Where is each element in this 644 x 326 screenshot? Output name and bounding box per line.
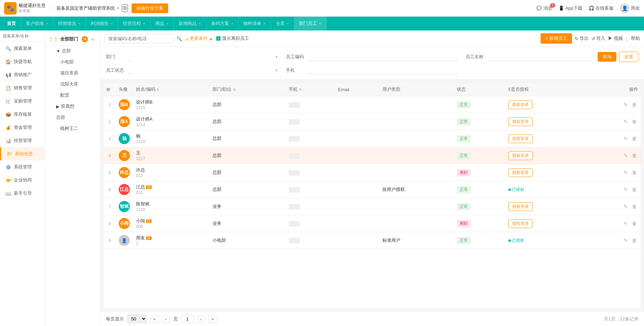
emp-name-input[interactable] <box>487 53 595 61</box>
col-dept[interactable]: 部门/职位 ⇅ <box>210 83 286 96</box>
edit-button[interactable]: ✎ <box>622 118 629 125</box>
dept-item-distribution[interactable]: 配货 <box>53 90 100 101</box>
sidebar-item-system[interactable]: ⚙️ 系统管理 <box>0 160 45 174</box>
auth-button[interactable]: 授权登录 <box>508 219 533 228</box>
prev-page-button[interactable]: ‹ <box>162 315 170 323</box>
sidebar-item-sales[interactable]: 📋 销售管理 <box>0 81 45 95</box>
tab-employees[interactable]: 部门员工 × <box>294 17 326 30</box>
trial-button[interactable]: 体验行业方案 <box>131 3 168 13</box>
delete-button[interactable]: 🗑 <box>631 135 638 142</box>
edit-button[interactable]: ✎ <box>622 169 629 176</box>
dept-select[interactable] <box>128 53 132 61</box>
dept-item-headquarters[interactable]: 总部 <box>49 112 100 123</box>
sidebar-item-operations[interactable]: 📊 经营管理 <box>0 134 45 147</box>
query-button[interactable]: 查询 <box>598 52 616 62</box>
phone-input[interactable] <box>308 66 459 74</box>
dept-item-zhishu[interactable]: 植树王二 <box>53 123 100 134</box>
help-button[interactable]: 帮助 <box>631 35 640 42</box>
edit-button[interactable]: ✎ <box>622 220 629 227</box>
auth-button[interactable]: 授权登录 <box>508 168 533 177</box>
dept-collapse-icon[interactable]: « <box>91 36 94 42</box>
edit-button[interactable]: ✎ <box>622 203 629 210</box>
set-button[interactable]: 设置 <box>619 52 638 62</box>
emp-status-select[interactable] <box>128 66 132 74</box>
last-page-button[interactable]: » <box>208 315 217 323</box>
emp-code-input[interactable] <box>308 53 459 61</box>
close-icon[interactable]: × <box>111 21 113 26</box>
first-page-button[interactable]: « <box>150 315 159 323</box>
tab-new-goods[interactable]: 新增商品 × <box>174 17 206 30</box>
sidebar-item-search[interactable]: 🔍 搜索菜单 <box>0 42 45 55</box>
dept-item-shenyang[interactable]: 沈阳大库 <box>53 79 100 90</box>
user-menu[interactable]: 👤 用友 <box>620 3 640 13</box>
delete-button[interactable]: 🗑 <box>631 169 638 176</box>
page-number-input[interactable] <box>181 315 194 323</box>
delete-button[interactable]: 🗑 <box>631 203 638 210</box>
gear-button[interactable]: ⚙ <box>122 4 128 12</box>
auth-button[interactable]: 授权登录 <box>508 202 533 211</box>
page-size-select[interactable]: 50 10 20 100 <box>127 315 147 323</box>
tab-customer[interactable]: 客户联络 × <box>21 17 53 30</box>
auth-button[interactable]: 授权登录 <box>508 151 533 160</box>
sidebar-item-inventory[interactable]: 📦 库存核算 <box>0 108 45 121</box>
sidebar-item-marketing[interactable]: 📢 营销推广 <box>0 68 45 81</box>
sidebar-item-guide[interactable]: 📖 新手引导 <box>0 187 45 200</box>
tab-profit[interactable]: 利润报告 × <box>86 17 118 30</box>
delete-button[interactable]: 🗑 <box>631 101 638 108</box>
close-icon[interactable]: × <box>143 21 145 26</box>
dept-refresh-icon[interactable]: ↺ <box>82 36 88 42</box>
close-icon[interactable]: × <box>78 21 80 26</box>
edit-button[interactable]: ✎ <box>622 135 629 142</box>
tab-home[interactable]: 首页 <box>2 17 21 30</box>
more-conditions-button[interactable]: ⊿ 更多条件 ▲ <box>185 35 213 42</box>
sidebar-search-input[interactable] <box>3 34 45 38</box>
show-resigned-toggle[interactable]: ✓ 显示离职员工 <box>216 35 249 42</box>
delete-button[interactable]: 🗑 <box>631 237 638 244</box>
close-icon[interactable]: × <box>319 21 321 26</box>
delete-button[interactable]: 🗑 <box>631 118 638 125</box>
close-icon[interactable]: × <box>263 21 265 26</box>
sidebar-item-purchase[interactable]: 🛒 采购管理 <box>0 95 45 108</box>
show-resigned-checkbox[interactable]: ✓ <box>216 36 221 41</box>
sort-icon[interactable]: ⇅ <box>156 88 159 91</box>
col-settings[interactable]: ⚙ <box>103 83 116 96</box>
tab-operation[interactable]: 经营情况 × <box>53 17 85 30</box>
auth-button[interactable]: 授权登录 <box>508 134 533 143</box>
sidebar-item-basic[interactable]: 📁 基础信息 <box>0 147 45 160</box>
add-employee-button[interactable]: + 新增员工 <box>541 33 572 44</box>
delete-button[interactable]: 🗑 <box>631 220 638 227</box>
dept-item-project-warehouse[interactable]: 项目库房 <box>53 68 100 79</box>
message-button[interactable]: 💬 5 消息 <box>536 5 552 11</box>
col-name[interactable]: 姓名/编码 ⇅ <box>133 83 210 96</box>
sidebar-item-nav[interactable]: 🏠 快捷导航 <box>0 55 45 68</box>
sort-icon[interactable]: ⇅ <box>233 88 236 91</box>
close-icon[interactable]: × <box>287 21 289 26</box>
sort-icon[interactable]: ⇅ <box>299 88 302 91</box>
tab-barcode[interactable]: 条码方案 × <box>206 17 238 30</box>
sidebar-item-collab[interactable]: 🤝 企业协同 <box>0 174 45 187</box>
edit-button[interactable]: ✎ <box>622 101 629 108</box>
sys-title-arrow[interactable]: ▾ <box>117 6 119 10</box>
video-button[interactable]: ▶ 视频 <box>608 35 623 42</box>
dept-item-small-elec[interactable]: 小电部 <box>53 56 100 68</box>
edit-button[interactable]: ✎ <box>622 237 629 244</box>
tab-bom[interactable]: 物料清单 × <box>238 17 271 30</box>
auth-button[interactable]: 授权登录 <box>508 100 533 109</box>
export-button[interactable]: ↻ 导出 <box>575 35 589 42</box>
app-download-button[interactable]: 📱 App下载 <box>559 5 582 11</box>
close-icon[interactable]: × <box>199 21 201 26</box>
tab-goods[interactable]: 商品 × <box>151 17 174 30</box>
tab-history[interactable]: 经营历程 × <box>118 17 150 30</box>
edit-button[interactable]: ✎ <box>622 186 629 193</box>
delete-button[interactable]: 🗑 <box>631 186 638 193</box>
sidebar-item-finance[interactable]: 💰 资金管理 <box>0 121 45 134</box>
delete-button[interactable]: 🗑 <box>631 152 638 159</box>
col-phone[interactable]: 手机 ⇅ <box>286 83 335 96</box>
search-input[interactable] <box>105 34 174 43</box>
search-icon[interactable]: 🔍 <box>176 36 182 41</box>
import-button[interactable]: ↺ 导入 <box>591 35 605 42</box>
dept-item-shuanglu[interactable]: ▶ 双鹿想 <box>49 101 100 112</box>
dept-item-headquarters-root[interactable]: ▼ 总部 <box>49 45 100 56</box>
edit-button[interactable]: ✎ <box>622 152 629 159</box>
next-page-button[interactable]: › <box>197 315 205 323</box>
